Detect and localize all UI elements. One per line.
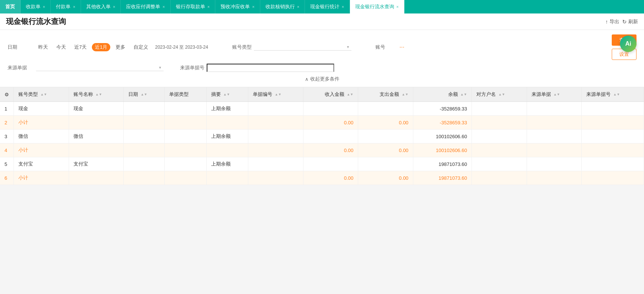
table-body: 1现金现金上期余额-3528659.332小计0.000.00-3528659.… (0, 102, 644, 185)
filter-area: 日期 昨天 今天 近7天 近1月 更多 自定义 2023-02-24 至 202… (0, 30, 644, 87)
nav-tab-cash-flow-query[interactable]: 现金银行流水查询 × (350, 0, 404, 13)
table-cell (165, 143, 206, 157)
table-row[interactable]: 3微信微信上期余额100102606.60 (0, 130, 644, 143)
ai-assistant-button[interactable]: Ai (620, 36, 636, 52)
nav-tab-ar-adjust[interactable]: 应收应付调整单 × (121, 0, 170, 13)
table-cell (248, 143, 303, 157)
collapse-label: 收起更多条件 (310, 76, 339, 82)
collapse-bar[interactable]: ∧ 收起更多条件 (8, 76, 636, 82)
table-cell: 100102606.60 (413, 130, 471, 143)
refresh-button[interactable]: ↻ 刷新 (622, 18, 638, 25)
nav-tab-payments[interactable]: 付款单 × (51, 0, 81, 13)
sort-icons: ▲▼ (275, 93, 282, 96)
chevron-down-icon-2: ▾ (159, 65, 161, 70)
table-cell (206, 116, 248, 130)
nav-tab-cash-stats[interactable]: 现金银行统计 × (305, 0, 350, 13)
nav-home-label: 首页 (5, 3, 15, 10)
gear-icon: ⚙ (5, 92, 9, 97)
close-icon[interactable]: × (342, 4, 344, 9)
table-col-summary[interactable]: 摘要 ▲▼ (206, 87, 248, 102)
sort-icons: ▲▼ (498, 93, 505, 96)
close-icon[interactable]: × (113, 4, 115, 9)
table-col-doc-no[interactable]: 单据编号 ▲▼ (248, 87, 303, 102)
sort-icons: ▲▼ (347, 93, 353, 96)
nav-tab-bank-deposit[interactable]: 银行存取款单 × (171, 0, 215, 13)
filter-row-1: 日期 昨天 今天 近7天 近1月 更多 自定义 2023-02-24 至 202… (8, 34, 636, 60)
table-cell (69, 116, 124, 130)
nav-home[interactable]: 首页 (0, 0, 21, 13)
sort-icons: ▲▼ (141, 93, 147, 96)
table-row[interactable]: 6小计0.000.0019871073.60 (0, 171, 644, 185)
date-option-today[interactable]: 今天 (53, 43, 69, 51)
account-type-select[interactable]: ▾ (254, 44, 351, 51)
table-cell (206, 143, 248, 157)
close-icon[interactable]: × (297, 4, 299, 9)
close-icon[interactable]: × (252, 4, 254, 9)
table-col-account-name[interactable]: 账号名称 ▲▼ (69, 87, 124, 102)
table-col-income[interactable]: 收入金额 ▲▼ (303, 87, 358, 102)
chevron-up-icon: ∧ (305, 76, 309, 82)
refresh-label: 刷新 (628, 18, 638, 25)
sort-icons: ▲▼ (460, 93, 467, 96)
table-row[interactable]: 1现金现金上期余额-3528659.33 (0, 102, 644, 116)
table-cell: 5 (0, 157, 14, 171)
table-cell (472, 157, 527, 171)
dots-button[interactable]: ··· (399, 44, 404, 51)
table-cell: 100102606.60 (413, 143, 471, 157)
table-col-account-type[interactable]: 账号类型 ▲▼ (14, 87, 69, 102)
close-icon[interactable]: × (43, 4, 45, 9)
table-cell (582, 116, 644, 130)
nav-tab-receipt-verify[interactable]: 收款核销执行 × (260, 0, 305, 13)
table-col-date[interactable]: 日期 ▲▼ (124, 87, 165, 102)
table-col-balance[interactable]: 余额 ▲▼ (413, 87, 471, 102)
table-col-settings[interactable]: ⚙ (0, 87, 14, 102)
date-option-7days[interactable]: 近7天 (71, 43, 90, 51)
table-cell (358, 130, 413, 143)
nav-tab-receipts[interactable]: 收款单 × (21, 0, 51, 13)
table-col-expense[interactable]: 支出金额 ▲▼ (358, 87, 413, 102)
ai-label: Ai (625, 40, 631, 47)
filter-row-2: 来源单据 ▾ 来源单据号 (8, 64, 636, 72)
nav-tab-payments-label: 付款单 (56, 3, 71, 10)
close-icon[interactable]: × (73, 4, 75, 9)
nav-tab-receipts-label: 收款单 (26, 3, 41, 10)
close-icon[interactable]: × (207, 4, 210, 9)
table-cell (124, 157, 165, 171)
date-option-more[interactable]: 更多 (113, 43, 128, 51)
nav-tab-cash-stats-label: 现金银行统计 (310, 3, 339, 10)
export-button[interactable]: ↑ 导出 (605, 18, 619, 25)
date-range-display: 2023-02-24 至 2023-03-24 (155, 44, 208, 51)
table-cell: 微信 (14, 130, 69, 143)
table-cell: 现金 (69, 102, 124, 116)
close-icon[interactable]: × (162, 4, 165, 9)
table-cell (358, 102, 413, 116)
table-header-row: ⚙ 账号类型 ▲▼ 账号名称 ▲▼ 日期 ▲▼ 单据类型 摘 (0, 87, 644, 102)
date-option-1month[interactable]: 近1月 (92, 43, 110, 51)
close-icon[interactable]: × (396, 4, 399, 9)
sort-icons: ▲▼ (613, 93, 620, 96)
date-filter-label: 日期 (8, 44, 26, 51)
nav-tab-advance-offset-label: 预收冲应收单 (221, 3, 250, 10)
table-cell (165, 102, 206, 116)
date-option-custom[interactable]: 自定义 (131, 43, 151, 51)
table-row[interactable]: 4小计0.000.00100102606.60 (0, 143, 644, 157)
table-cell (248, 102, 303, 116)
table-col-counterpart[interactable]: 对方户名 ▲▼ (472, 87, 527, 102)
refresh-icon: ↻ (622, 19, 627, 25)
date-option-yesterday[interactable]: 昨天 (35, 43, 51, 51)
table-col-source-doc-no[interactable]: 来源单据号 ▲▼ (582, 87, 644, 102)
table-cell: 现金 (14, 102, 69, 116)
table-cell (582, 171, 644, 185)
source-doc-no-input[interactable] (207, 64, 334, 72)
table-cell: 小计 (14, 116, 69, 130)
source-doc-select[interactable]: ▾ (36, 64, 164, 71)
page-title: 现金银行流水查询 (6, 16, 66, 27)
nav-tab-advance-offset[interactable]: 预收冲应收单 × (215, 0, 260, 13)
table-col-source-doc[interactable]: 来源单据 ▲▼ (527, 87, 582, 102)
nav-tab-other-income[interactable]: 其他收入单 × (81, 0, 121, 13)
table-row[interactable]: 5支付宝支付宝上期余额19871073.60 (0, 157, 644, 171)
table-cell (124, 171, 165, 185)
table-row[interactable]: 2小计0.000.00-3528659.33 (0, 116, 644, 130)
table-col-doc-type[interactable]: 单据类型 (165, 87, 206, 102)
table-cell (472, 130, 527, 143)
